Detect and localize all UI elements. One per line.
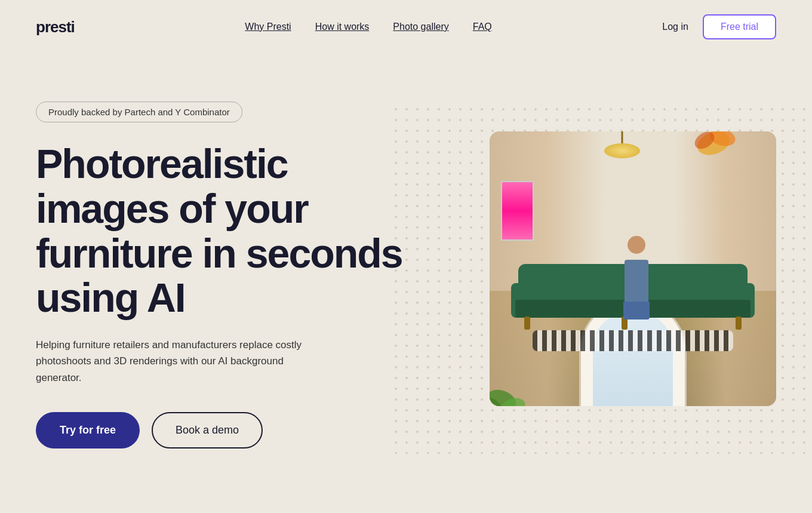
free-trial-button[interactable]: Free trial [703,14,776,39]
hero-room-image [490,131,776,406]
book-demo-button[interactable]: Book a demo [152,412,263,449]
login-button[interactable]: Log in [662,21,688,32]
nav-why-presti[interactable]: Why Presti [245,21,291,32]
logo: presti [36,18,75,36]
person-head [628,236,645,254]
person-body [625,260,648,308]
try-for-free-button[interactable]: Try for free [36,412,140,449]
nav-faq[interactable]: FAQ [473,21,492,32]
person-silhouette [619,236,654,308]
zebra-rug [533,330,733,351]
navbar: presti Why Presti How it works Photo gal… [36,0,776,54]
hero-section: Proudly backed by Partech and Y Combinat… [36,54,776,496]
backed-by-badge: Proudly backed by Partech and Y Combinat… [36,102,242,122]
chandelier-stem [622,131,623,143]
nav-actions: Log in Free trial [662,14,776,39]
person-legs [623,302,650,320]
hero-title: Photorealistic images of your furniture … [36,142,406,320]
hero-left: Proudly backed by Partech and Y Combinat… [36,102,406,449]
sofa-leg-1 [524,317,530,330]
nav-photo-gallery[interactable]: Photo gallery [393,21,448,32]
nav-links: Why Presti How it works Photo gallery FA… [245,21,491,32]
sofa-leg-2 [736,317,742,330]
wall-artwork [501,181,534,241]
hero-image-area [442,131,776,418]
nav-how-it-works[interactable]: How it works [315,21,370,32]
room-scene [490,131,776,406]
chandelier [598,131,646,161]
hero-buttons: Try for free Book a demo [36,412,406,449]
chandelier-body [604,143,640,158]
hero-subtitle: Helping furniture retailers and manufact… [36,337,310,386]
